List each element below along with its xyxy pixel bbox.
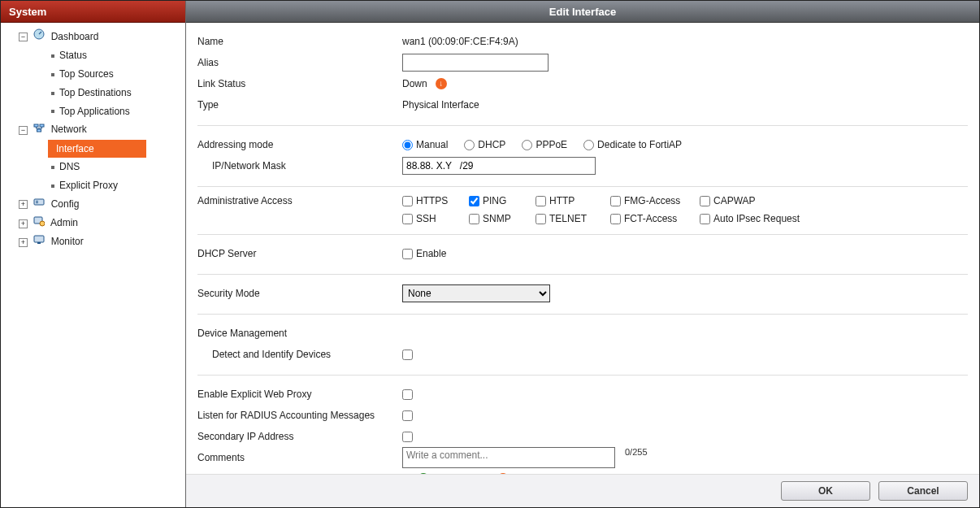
network-icon (33, 121, 45, 140)
label-explicit-proxy: Enable Explicit Web Proxy (197, 389, 402, 400)
nav-interface[interactable]: Interface (48, 140, 146, 158)
nav-monitor[interactable]: Monitor (51, 236, 84, 247)
expand-icon[interactable]: + (19, 200, 28, 209)
chk-fmg[interactable]: FMG-Access (610, 195, 698, 206)
section-basic: Name wan1 (00:09:0F:CE:F4:9A) Alias Link… (197, 23, 968, 126)
radio-manual[interactable]: Manual (402, 139, 448, 150)
radio-pppoe[interactable]: PPPoE (522, 139, 567, 150)
main-panel: Edit Interface Name wan1 (00:09:0F:CE:F4… (186, 1, 979, 507)
chk-dhcp-enable[interactable]: Enable (402, 248, 446, 259)
section-addressing: Addressing mode Manual DHCP PPPoE Dedica… (197, 126, 968, 187)
dashboard-icon (33, 28, 45, 46)
nav-top-sources[interactable]: Top Sources (59, 68, 114, 80)
svg-rect-2 (40, 124, 44, 127)
chk-telnet[interactable]: TELNET (536, 213, 609, 224)
footer: OK Cancel (186, 474, 979, 507)
label-name: Name (197, 36, 402, 47)
expand-icon[interactable]: + (19, 219, 28, 228)
nav-network[interactable]: Network (51, 124, 87, 135)
label-radius: Listen for RADIUS Accounting Messages (197, 410, 402, 421)
nav-dns[interactable]: DNS (59, 161, 80, 172)
chk-ipsec[interactable]: Auto IPsec Request (700, 213, 800, 224)
chk-detect-devices[interactable] (402, 350, 413, 360)
form-area: Name wan1 (00:09:0F:CE:F4:9A) Alias Link… (186, 23, 979, 474)
nav-tree: − Dashboard Status Top Sources Top Desti… (1, 23, 185, 257)
expand-icon[interactable]: + (19, 238, 28, 247)
collapse-icon[interactable]: − (19, 33, 28, 41)
svg-rect-6 (36, 202, 38, 203)
chk-snmp[interactable]: SNMP (469, 213, 534, 224)
svg-rect-10 (37, 242, 41, 244)
nav-status[interactable]: Status (59, 50, 87, 61)
radio-fortiap[interactable]: Dedicate to FortiAP (583, 139, 682, 150)
value-type: Physical Interface (402, 99, 968, 111)
ok-button[interactable]: OK (781, 481, 870, 501)
label-device-mgmt: Device Management (197, 328, 402, 339)
label-addressing-mode: Addressing mode (197, 139, 402, 150)
label-admin-access: Administrative Access (197, 195, 402, 206)
value-link-status: Down (402, 78, 427, 89)
page-title: Edit Interface (186, 1, 979, 23)
chk-ssh[interactable]: SSH (402, 213, 467, 224)
section-admin-access: Administrative Access HTTPS PING HTTP FM… (197, 187, 968, 235)
chk-fct[interactable]: FCT-Access (610, 213, 698, 224)
ip-mask-input[interactable] (402, 157, 596, 175)
sidebar-title: System (1, 1, 185, 23)
svg-rect-3 (37, 129, 41, 132)
label-dhcp: DHCP Server (197, 248, 402, 259)
bullet-icon (51, 185, 54, 188)
label-alias: Alias (197, 57, 402, 68)
section-misc: Enable Explicit Web Proxy Listen for RAD… (197, 376, 968, 474)
chk-ping[interactable]: PING (469, 195, 534, 206)
bullet-icon (51, 92, 54, 95)
svg-rect-4 (34, 199, 44, 205)
chk-explicit-proxy[interactable] (402, 389, 413, 400)
collapse-icon[interactable]: − (19, 126, 28, 135)
nav-top-applications[interactable]: Top Applications (59, 106, 130, 117)
alias-input[interactable] (402, 54, 549, 72)
nav-dashboard[interactable]: Dashboard (51, 31, 99, 42)
admin-icon (33, 215, 45, 233)
config-icon (33, 195, 45, 214)
nav-top-destinations[interactable]: Top Destinations (59, 87, 132, 98)
bullet-icon (51, 110, 54, 113)
cancel-button[interactable]: Cancel (878, 481, 968, 501)
label-security-mode: Security Mode (197, 288, 402, 299)
label-link-status: Link Status (197, 78, 402, 89)
bullet-icon (51, 54, 54, 58)
section-security: Security Mode None (197, 275, 968, 315)
label-comments: Comments (197, 452, 402, 463)
label-ip-mask: IP/Network Mask (197, 160, 402, 172)
section-dhcp: DHCP Server Enable (197, 235, 968, 275)
comments-input[interactable] (402, 447, 615, 468)
nav-config[interactable]: Config (51, 198, 80, 210)
bullet-icon (51, 166, 54, 169)
svg-rect-9 (34, 236, 44, 242)
value-name: wan1 (00:09:0F:CE:F4:9A) (402, 36, 968, 47)
nav-explicit-proxy[interactable]: Explicit Proxy (59, 180, 118, 191)
bullet-icon (51, 73, 54, 76)
section-device-mgmt: Device Management Detect and Identify De… (197, 315, 968, 376)
svg-point-8 (40, 221, 45, 226)
security-mode-select[interactable]: None (402, 284, 550, 302)
comments-counter: 0/255 (625, 447, 648, 457)
label-type: Type (197, 99, 402, 111)
chk-radius[interactable] (402, 410, 413, 421)
label-detect-devices: Detect and Identify Devices (197, 349, 402, 360)
label-secondary-ip: Secondary IP Address (197, 431, 402, 442)
chk-https[interactable]: HTTPS (402, 195, 467, 206)
nav-admin[interactable]: Admin (50, 217, 78, 228)
link-down-icon: ↓ (436, 78, 447, 89)
radio-dhcp[interactable]: DHCP (464, 139, 505, 150)
svg-rect-5 (36, 201, 38, 202)
monitor-icon (33, 233, 45, 252)
chk-http[interactable]: HTTP (536, 195, 609, 206)
chk-secondary-ip[interactable] (402, 432, 413, 442)
svg-rect-1 (34, 124, 38, 127)
sidebar: System − Dashboard Status Top Sources To… (1, 1, 186, 507)
chk-capwap[interactable]: CAPWAP (700, 195, 756, 206)
